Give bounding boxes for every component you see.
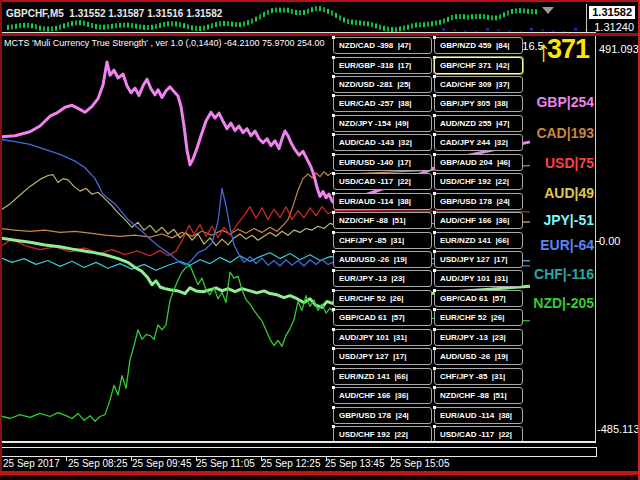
- pair-button-nzdchf[interactable]: NZD/CHF -88 |51|: [333, 212, 432, 229]
- pair-button-euraud[interactable]: EUR/AUD -114 |38|: [333, 193, 432, 210]
- axis-tick: [66, 457, 67, 461]
- pair-button-audusd[interactable]: AUD/USD -26 |19|: [333, 251, 432, 268]
- time-label: 25 Sep 2017: [3, 458, 60, 469]
- pair-button-gbpusd[interactable]: GBP/USD 178 |24|: [333, 407, 432, 424]
- pair-button-euraud[interactable]: EUR/AUD -114 |38|: [434, 407, 523, 424]
- axis-tick: [391, 457, 392, 461]
- pair-button-nzdcad[interactable]: NZD/CAD -398 |47|: [333, 37, 432, 54]
- axis-tick: [261, 457, 262, 461]
- pair-button-eurusd[interactable]: EUR/USD -140 |17|: [333, 154, 432, 171]
- indicator-title: MCTS 'Muli Currency True Strength' , ver…: [4, 38, 325, 48]
- pair-button-audusd[interactable]: AUD/USD -26 |19|: [434, 348, 523, 365]
- button-corner-mark: [433, 36, 436, 39]
- pair-button-gbpjpy[interactable]: GBP/JPY 305 |38|: [434, 95, 523, 112]
- time-label: 25 Sep 08:25: [68, 458, 128, 469]
- button-corner-mark: [433, 406, 436, 409]
- pair-button-eurchf[interactable]: EUR/CHF 52 |26|: [333, 290, 432, 307]
- pair-button-audnzd[interactable]: AUD/NZD 255 |47|: [434, 115, 523, 132]
- button-corner-mark: [332, 75, 335, 78]
- pair-button-usdjpy[interactable]: USD/JPY 127 |17|: [434, 251, 523, 268]
- time-label: 25 Sep 13:45: [325, 458, 385, 469]
- time-label: 25 Sep 11:05: [196, 458, 255, 469]
- button-corner-mark: [332, 269, 335, 272]
- pair-button-gbpnzd[interactable]: GBP/NZD 459 |84|: [434, 37, 523, 54]
- strength-label-cad: CAD|193: [536, 125, 594, 141]
- button-corner-mark: [433, 211, 436, 214]
- zero-tick: [596, 241, 600, 242]
- pair-button-audcad[interactable]: AUD/CAD -143 |32|: [333, 134, 432, 151]
- button-corner-mark: [332, 192, 335, 195]
- button-corner-mark: [332, 386, 335, 389]
- button-corner-mark: [332, 153, 335, 156]
- pair-button-chfjpy[interactable]: CHF/JPY -85 |31|: [333, 232, 432, 249]
- strength-label-chf: CHF|-116: [534, 266, 594, 282]
- button-corner-mark: [332, 328, 335, 331]
- pair-button-gbpcad[interactable]: GBP/CAD 61 |57|: [333, 309, 432, 326]
- window-border-top: [0, 0, 640, 2]
- pair-button-audchf[interactable]: AUD/CHF 166 |36|: [434, 212, 523, 229]
- pair-button-audjpy[interactable]: AUD/JPY 101 |31|: [434, 270, 523, 287]
- pair-button-eurgbp[interactable]: EUR/GBP -318 |17|: [333, 57, 432, 74]
- button-corner-mark: [433, 192, 436, 195]
- strength-label-jpy: JPY|-51: [543, 212, 594, 228]
- pair-button-gbpchf[interactable]: GBP/CHF 371 |42|: [434, 57, 523, 74]
- axis-tick: [131, 457, 132, 461]
- button-corner-mark: [433, 308, 436, 311]
- pair-button-chfjpy[interactable]: CHF/JPY -85 |31|: [434, 368, 523, 385]
- button-corner-mark: [332, 289, 335, 292]
- button-corner-mark: [332, 250, 335, 253]
- button-corner-mark: [433, 289, 436, 292]
- strength-label-usd: USD|75: [545, 155, 594, 171]
- button-corner-mark: [332, 114, 335, 117]
- pair-button-nzdchf[interactable]: NZD/CHF -88 |51|: [434, 387, 523, 404]
- button-corner-mark: [433, 425, 436, 428]
- axis-tick: [196, 457, 197, 461]
- pair-button-eurnzd[interactable]: EUR/NZD 141 |66|: [333, 368, 432, 385]
- window-border-shadow: [0, 475, 640, 480]
- button-corner-mark: [433, 153, 436, 156]
- pair-button-eurjpy[interactable]: EUR/JPY -13 |23|: [333, 270, 432, 287]
- window-border-left: [0, 0, 2, 480]
- pair-button-gbpusd[interactable]: GBP/USD 178 |24|: [434, 193, 523, 210]
- button-corner-mark: [433, 269, 436, 272]
- pair-button-cadchf[interactable]: CAD/CHF 309 |37|: [434, 76, 523, 93]
- button-corner-mark: [433, 347, 436, 350]
- button-corner-mark: [332, 133, 335, 136]
- strength-label-aud: AUD|49: [544, 185, 594, 201]
- button-corner-mark: [332, 231, 335, 234]
- scale-min-label: -485.113: [597, 423, 640, 435]
- button-corner-mark: [332, 347, 335, 350]
- pair-button-nzdusd[interactable]: NZD/USD -281 |25|: [333, 76, 432, 93]
- pair-button-gbpcad[interactable]: GBP/CAD 61 |57|: [434, 290, 523, 307]
- pair-button-eurjpy[interactable]: EUR/JPY -13 |23|: [434, 329, 523, 346]
- pair-button-cadjpy[interactable]: CAD/JPY 244 |32|: [434, 134, 523, 151]
- pair-button-gbpaud[interactable]: GBP/AUD 204 |46|: [434, 154, 523, 171]
- pair-button-usdchf[interactable]: USD/CHF 192 |22|: [434, 173, 523, 190]
- button-corner-mark: [332, 308, 335, 311]
- scale-divider: [595, 36, 596, 442]
- pair-button-audjpy[interactable]: AUD/JPY 101 |31|: [333, 329, 432, 346]
- chart-bottom-border: [0, 441, 596, 443]
- strength-label-nzd: NZD|-205: [533, 295, 594, 311]
- button-corner-mark: [433, 231, 436, 234]
- button-corner-mark: [433, 250, 436, 253]
- pair-button-eurchf[interactable]: EUR/CHF 52 |26|: [434, 309, 523, 326]
- signal-arrow-block: ↑371: [536, 34, 589, 68]
- button-corner-mark: [433, 75, 436, 78]
- button-corner-mark: [433, 114, 436, 117]
- time-label: 25 Sep 15:05: [390, 458, 450, 469]
- button-corner-mark: [433, 94, 436, 97]
- button-corner-mark: [332, 36, 335, 39]
- button-corner-mark: [433, 328, 436, 331]
- pair-button-usdcad[interactable]: USD/CAD -117 |22|: [333, 173, 432, 190]
- pair-button-nzdjpy[interactable]: NZD/JPY -154 |49|: [333, 115, 432, 132]
- button-corner-mark: [433, 56, 436, 59]
- axis-tick: [326, 457, 327, 461]
- button-corner-mark: [332, 406, 335, 409]
- pair-button-eurcad[interactable]: EUR/CAD -257 |38|: [333, 95, 432, 112]
- subwindow-divider-bar[interactable]: [1, 447, 597, 457]
- pair-button-eurnzd[interactable]: EUR/NZD 141 |66|: [434, 232, 523, 249]
- pair-button-audchf[interactable]: AUD/CHF 166 |36|: [333, 387, 432, 404]
- strength-label-gbp: GBP|254: [536, 94, 594, 110]
- pair-button-usdjpy[interactable]: USD/JPY 127 |17|: [333, 348, 432, 365]
